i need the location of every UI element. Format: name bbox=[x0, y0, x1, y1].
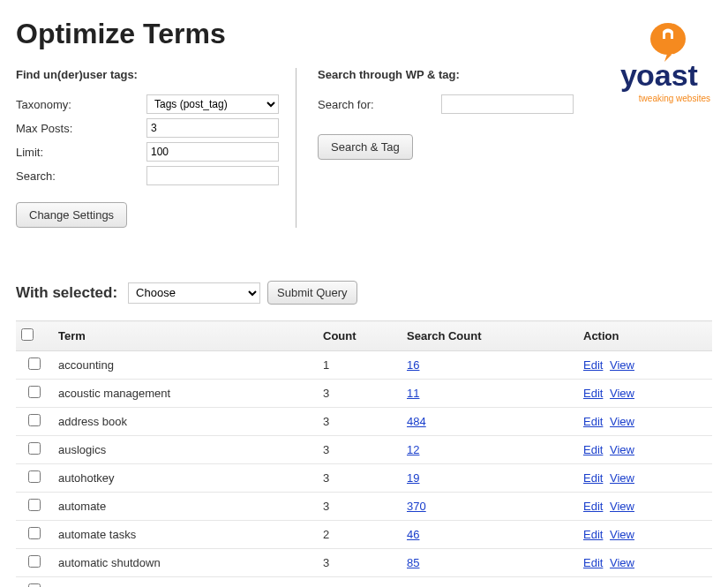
search-and-tag-button[interactable]: Search & Tag bbox=[318, 134, 413, 160]
term-cell: automate tasks bbox=[53, 521, 318, 549]
row-checkbox[interactable] bbox=[28, 527, 41, 539]
term-cell: automate bbox=[53, 493, 318, 521]
search-tag-panel: Search through WP & tag: Search for: Sea… bbox=[296, 68, 574, 228]
search-count-link[interactable]: 370 bbox=[407, 500, 426, 513]
svg-text:y: y bbox=[620, 58, 637, 92]
search-input[interactable] bbox=[146, 166, 279, 185]
row-checkbox[interactable] bbox=[28, 357, 41, 370]
term-cell: automatic shutdown bbox=[53, 549, 318, 577]
bulk-action-select[interactable]: Choose bbox=[128, 282, 260, 304]
count-cell: 3 bbox=[318, 549, 402, 577]
table-row: automate tasks246Edit View bbox=[16, 521, 712, 549]
header-term: Term bbox=[53, 321, 318, 351]
count-cell: 2 bbox=[318, 521, 402, 549]
row-checkbox[interactable] bbox=[28, 386, 41, 398]
term-cell: address book bbox=[53, 408, 318, 436]
search-count-link[interactable]: 11 bbox=[407, 387, 419, 400]
row-checkbox[interactable] bbox=[28, 555, 41, 568]
count-cell: 3 bbox=[318, 436, 402, 464]
limit-input[interactable] bbox=[146, 142, 279, 162]
search-count-link[interactable]: 46 bbox=[407, 528, 419, 541]
taxonomy-select[interactable]: Tags (post_tag) bbox=[146, 94, 279, 114]
term-cell: acoustic management bbox=[53, 380, 318, 408]
submit-query-button[interactable]: Submit Query bbox=[267, 281, 356, 305]
find-tags-panel: Find un(der)user tags: Taxonomy: Tags (p… bbox=[16, 68, 296, 228]
header-search-count: Search Count bbox=[402, 321, 578, 351]
edit-link[interactable]: Edit bbox=[583, 500, 603, 513]
search-for-label: Search for: bbox=[318, 98, 441, 111]
view-link[interactable]: View bbox=[610, 358, 634, 372]
edit-link[interactable]: Edit bbox=[583, 358, 603, 372]
table-row: automate3370Edit View bbox=[16, 493, 712, 521]
table-row: address book3484Edit View bbox=[16, 408, 712, 436]
select-all-checkbox[interactable] bbox=[21, 328, 34, 341]
table-row: automatic shutdown385Edit View bbox=[16, 549, 712, 577]
term-cell: babylon toolbar bbox=[53, 577, 318, 588]
view-link[interactable]: View bbox=[610, 528, 634, 541]
limit-label: Limit: bbox=[16, 146, 146, 159]
edit-link[interactable]: Edit bbox=[583, 528, 603, 541]
count-cell: 3 bbox=[318, 577, 402, 588]
header-count: Count bbox=[318, 321, 402, 351]
count-cell: 3 bbox=[318, 380, 402, 408]
terms-table: Term Count Search Count Action accountin… bbox=[16, 320, 712, 587]
edit-link[interactable]: Edit bbox=[583, 387, 603, 400]
search-count-link[interactable]: 16 bbox=[407, 358, 419, 372]
with-selected-label: With selected: bbox=[16, 284, 117, 302]
change-settings-button[interactable]: Change Settings bbox=[16, 202, 127, 228]
table-row: babylon toolbar315Edit View bbox=[16, 577, 712, 588]
search-label: Search: bbox=[16, 169, 146, 183]
search-count-link[interactable]: 19 bbox=[407, 471, 419, 485]
count-cell: 1 bbox=[318, 351, 402, 380]
find-tags-heading: Find un(der)user tags: bbox=[16, 68, 280, 81]
search-count-link[interactable]: 484 bbox=[407, 415, 426, 428]
view-link[interactable]: View bbox=[610, 415, 634, 428]
search-count-link[interactable]: 85 bbox=[407, 556, 419, 569]
yoast-logo: y oast tweaking websites bbox=[571, 19, 712, 103]
table-row: autohotkey319Edit View bbox=[16, 464, 712, 493]
row-checkbox[interactable] bbox=[28, 499, 41, 511]
table-row: auslogics312Edit View bbox=[16, 436, 712, 464]
term-cell: accounting bbox=[53, 351, 318, 380]
count-cell: 3 bbox=[318, 408, 402, 436]
edit-link[interactable]: Edit bbox=[583, 443, 603, 456]
header-action: Action bbox=[578, 321, 712, 351]
row-checkbox[interactable] bbox=[28, 470, 41, 483]
view-link[interactable]: View bbox=[610, 387, 634, 400]
view-link[interactable]: View bbox=[610, 556, 634, 569]
svg-text:oast: oast bbox=[636, 58, 698, 92]
term-cell: autohotkey bbox=[53, 464, 318, 493]
table-row: accounting116Edit View bbox=[16, 351, 712, 380]
row-checkbox[interactable] bbox=[28, 414, 41, 426]
view-link[interactable]: View bbox=[610, 471, 634, 485]
search-tag-heading: Search through WP & tag: bbox=[318, 68, 574, 81]
count-cell: 3 bbox=[318, 464, 402, 493]
edit-link[interactable]: Edit bbox=[583, 556, 603, 569]
taxonomy-label: Taxonomy: bbox=[16, 98, 146, 111]
max-posts-input[interactable] bbox=[146, 118, 279, 138]
table-row: acoustic management311Edit View bbox=[16, 380, 712, 408]
max-posts-label: Max Posts: bbox=[16, 122, 146, 135]
row-checkbox[interactable] bbox=[28, 442, 41, 455]
view-link[interactable]: View bbox=[610, 443, 634, 456]
view-link[interactable]: View bbox=[610, 500, 634, 513]
svg-point-0 bbox=[650, 23, 686, 55]
row-checkbox[interactable] bbox=[28, 583, 41, 587]
search-for-input[interactable] bbox=[441, 94, 574, 114]
search-count-link[interactable]: 12 bbox=[407, 443, 419, 456]
edit-link[interactable]: Edit bbox=[583, 471, 603, 485]
term-cell: auslogics bbox=[53, 436, 318, 464]
count-cell: 3 bbox=[318, 493, 402, 521]
edit-link[interactable]: Edit bbox=[583, 415, 603, 428]
